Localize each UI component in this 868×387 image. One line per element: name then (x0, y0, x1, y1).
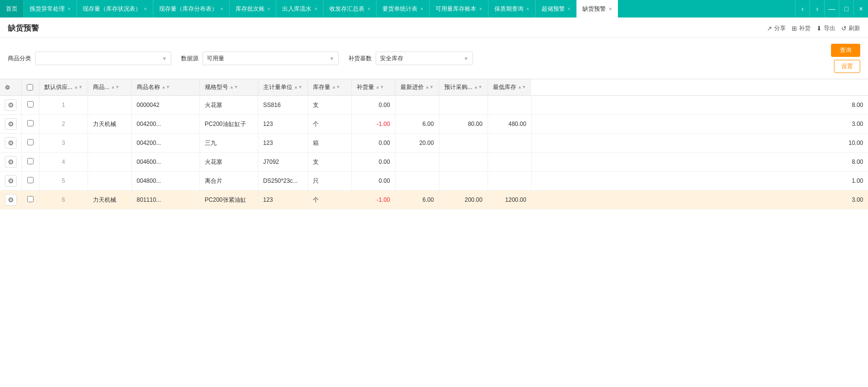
row-goods-name: 火花塞 (199, 96, 258, 115)
row-est-purchase (488, 96, 531, 115)
nav-order-stats[interactable]: 要货单统计表 × (377, 0, 430, 18)
nav-overstock-warning-label: 超储预警 (542, 5, 565, 13)
supplier-sort-icon[interactable]: ▲▼ (74, 85, 83, 89)
row-restock-qty: 6.00 (395, 191, 439, 210)
row-restock-qty (395, 172, 439, 191)
row-stock-qty: 0.00 (351, 134, 395, 153)
th-restock-qty[interactable]: 补货量 ▲▼ (351, 79, 395, 96)
row-num: 3 (39, 134, 88, 153)
row-checkbox[interactable] (27, 196, 34, 202)
row-stock-qty: -1.00 (351, 191, 395, 210)
datasource-select[interactable]: 可用量 ▼ (202, 52, 339, 65)
row-unit: 个 (307, 191, 351, 210)
nav-next-button[interactable]: › (810, 0, 824, 18)
nav-abnormal[interactable]: 拣货异常处理 × (24, 0, 77, 18)
row-goods-name: 三九 (199, 134, 258, 153)
row-supplier (88, 96, 131, 115)
row-supplier: 力天机械 (88, 115, 131, 134)
nav-inventory-dist-label: 现存量（库存分布表） (159, 5, 217, 13)
th-goods-name[interactable]: 商品名称 ▲▼ (131, 79, 199, 96)
nav-order-stats-close[interactable]: × (420, 6, 423, 12)
nav-expiry-query-close[interactable]: × (526, 6, 529, 12)
th-unit[interactable]: 主计量单位 ▲▼ (258, 79, 307, 96)
goods-name-sort-icon[interactable]: ▲▼ (162, 85, 170, 89)
nav-minimize-button[interactable]: — (824, 0, 839, 18)
nav-expiry-query[interactable]: 保质期查询 × (488, 0, 536, 18)
goods-code-sort-icon[interactable]: ▲▼ (111, 85, 120, 89)
row-gear-icon[interactable]: ⚙ (5, 156, 17, 168)
row-gear-icon[interactable]: ⚙ (5, 194, 17, 206)
th-goods-code[interactable]: 商品... ▲▼ (88, 79, 131, 96)
nav-shortage-warning[interactable]: 缺货预警 × (577, 0, 618, 18)
nav-in-out-flow[interactable]: 出入库流水 × (276, 0, 324, 18)
row-min-stock: 8.00 (531, 153, 868, 172)
table-row: ⚙ 1 0000042 火花塞 SS816 支 0.00 8.00 (0, 96, 868, 115)
nav-home[interactable]: 首页 (0, 0, 24, 18)
nav-recv-summary[interactable]: 收发存汇总表 × (324, 0, 377, 18)
nav-shortage-warning-close[interactable]: × (609, 6, 612, 12)
select-all-checkbox[interactable] (27, 84, 33, 90)
nav-inventory-status-close[interactable]: × (144, 6, 147, 12)
th-gear: ⚙ (0, 79, 22, 96)
table-container: ⚙ 默认供应... ▲▼ (0, 79, 868, 210)
stock-qty-sort-icon[interactable]: ▲▼ (332, 85, 341, 89)
nav-inventory-dist-close[interactable]: × (220, 6, 223, 12)
nav-overstock-warning[interactable]: 超储预警 × (536, 0, 577, 18)
replenishment-select[interactable]: 安全库存 ▼ (376, 52, 473, 65)
nav-overstock-warning-close[interactable]: × (568, 6, 571, 12)
th-supplier[interactable]: 默认供应... ▲▼ (39, 79, 88, 96)
restock-qty-sort-icon[interactable]: ▲▼ (376, 85, 384, 89)
nav-maximize-button[interactable]: □ (839, 0, 853, 18)
restock-button[interactable]: ⊞ 补货 (792, 24, 811, 33)
nav-home-label: 首页 (6, 5, 18, 13)
nav-available-ledger-close[interactable]: × (479, 6, 482, 12)
th-latest-price[interactable]: 最新进价 ▲▼ (395, 79, 439, 96)
nav-close-button[interactable]: × (853, 0, 868, 18)
row-checkbox[interactable] (27, 120, 34, 126)
settings-icon[interactable]: ⚙ (5, 84, 10, 91)
nav-in-out-flow-close[interactable]: × (314, 6, 317, 12)
row-checkbox[interactable] (27, 177, 34, 183)
th-checkbox (22, 79, 39, 96)
nav-available-ledger[interactable]: 可用量库存账本 × (430, 0, 488, 18)
latest-price-sort-icon[interactable]: ▲▼ (425, 85, 434, 89)
row-checkbox[interactable] (27, 101, 34, 107)
th-stock-qty[interactable]: 库存量 ▲▼ (307, 79, 351, 96)
export-label: 导出 (824, 24, 835, 33)
refresh-button[interactable]: ↺ 刷新 (841, 24, 860, 33)
settings-button[interactable]: 设置 (834, 60, 860, 73)
share-icon: ↗ (767, 25, 772, 32)
category-select[interactable]: ▼ (35, 52, 171, 65)
unit-sort-icon[interactable]: ▲▼ (294, 85, 303, 89)
row-stock-qty: 0.00 (351, 153, 395, 172)
row-latest-price (439, 134, 488, 153)
th-est-purchase[interactable]: 预计采购... ▲▼ (439, 79, 488, 96)
row-gear-cell: ⚙ (0, 96, 22, 115)
row-gear-icon[interactable]: ⚙ (5, 118, 17, 130)
export-button[interactable]: ⬇ 导出 (816, 24, 835, 33)
row-checkbox[interactable] (27, 139, 34, 145)
row-latest-price: 200.00 (439, 191, 488, 210)
nav-inventory-status[interactable]: 现存量（库存状况表） × (77, 0, 153, 18)
row-gear-icon[interactable]: ⚙ (5, 175, 17, 187)
nav-batch-account-close[interactable]: × (268, 6, 271, 12)
nav-abnormal-close[interactable]: × (68, 6, 71, 12)
nav-recv-summary-close[interactable]: × (367, 6, 370, 12)
row-gear-icon[interactable]: ⚙ (5, 99, 17, 111)
row-restock-qty: 6.00 (395, 115, 439, 134)
row-spec: 123 (258, 191, 307, 210)
row-checkbox[interactable] (27, 158, 34, 164)
row-gear-icon[interactable]: ⚙ (5, 137, 17, 149)
share-button[interactable]: ↗ 分享 (767, 24, 786, 33)
th-min-stock[interactable]: 最低库存 ▲▼ (488, 79, 531, 96)
spec-sort-icon[interactable]: ▲▼ (230, 85, 238, 89)
query-button[interactable]: 查询 (831, 44, 860, 57)
nav-order-stats-label: 要货单统计表 (382, 5, 417, 13)
est-purchase-sort-icon[interactable]: ▲▼ (474, 85, 483, 89)
th-spec[interactable]: 规格型号 ▲▼ (199, 79, 258, 96)
datasource-filter-label: 数据源 (181, 54, 199, 63)
nav-batch-account[interactable]: 库存批次账 × (230, 0, 277, 18)
min-stock-sort-icon[interactable]: ▲▼ (518, 85, 526, 89)
nav-prev-button[interactable]: ‹ (795, 0, 810, 18)
nav-inventory-dist[interactable]: 现存量（库存分布表） × (153, 0, 230, 18)
